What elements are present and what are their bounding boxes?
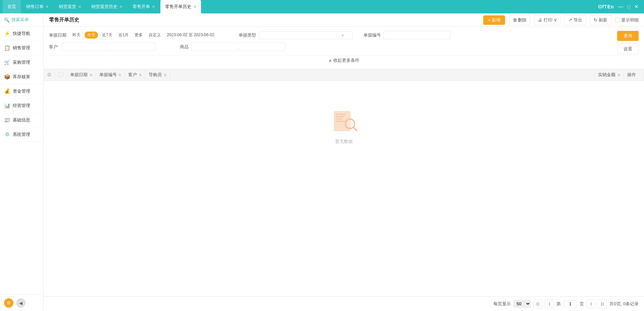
date-shortcut-today[interactable]: 今天 [85, 32, 98, 39]
col-customer[interactable]: 客户 ⇅ [125, 69, 145, 81]
sidebar-item-operations-mgmt[interactable]: 📊经营管理 [0, 99, 43, 113]
sidebar-item-quick-nav[interactable]: ⚡快捷导航 [0, 27, 43, 41]
customer-dots: … [107, 44, 111, 49]
table-checkbox-header[interactable] [55, 69, 67, 81]
last-page-btn[interactable]: ⟩⟩ [598, 300, 607, 308]
sidebar-bottom: ⚙ ◀ [0, 295, 43, 311]
sidebar-collapse-button[interactable]: ◀ [16, 298, 26, 308]
tab-retail-open-history[interactable]: 零售开单历史✕ [160, 0, 201, 13]
tab-home[interactable]: 首页 [3, 0, 21, 13]
sidebar-icon-inventory: 📦 [4, 74, 10, 80]
tab-close-sales-return-history[interactable]: ✕ [119, 5, 122, 9]
col-amount[interactable]: 实销金额 ⇅ [595, 69, 624, 81]
goods-input[interactable]: … [191, 43, 285, 51]
print-dropdown-icon[interactable]: ∨ [554, 17, 557, 22]
customer-input[interactable]: … [62, 43, 156, 51]
delete-button[interactable]: 🗑 删除 [509, 15, 530, 25]
sidebar-search-label: 搜索采单 [11, 17, 29, 23]
sidebar: 🔍 搜索采单 ⚡快捷导航📋销售管理🛒采购管理📦库存核算💰资金管理📊经营管理📰基础… [0, 13, 44, 311]
sidebar-icon-finance-mgmt: 💰 [4, 88, 10, 94]
refresh-button[interactable]: ↻ 刷新 [590, 15, 611, 25]
minimize-btn[interactable]: — [618, 4, 624, 10]
filter-actions: 查询 设置 [617, 31, 639, 54]
add-button[interactable]: + 新增 [483, 15, 505, 25]
page-title: 零售开单历史 [49, 17, 79, 23]
col-date[interactable]: 单据日期 ⇅ [67, 69, 96, 81]
query-button[interactable]: 查询 [617, 31, 639, 41]
print-button[interactable]: 🖨 打印 ∨ [534, 15, 561, 25]
svg-rect-4 [336, 121, 345, 122]
sidebar-gear-button[interactable]: ⚙ [4, 298, 13, 308]
sidebar-item-basic-info[interactable]: 📰基础信息 [0, 113, 43, 127]
next-page-btn[interactable]: ⟩ [587, 300, 595, 308]
select-all-checkbox[interactable] [58, 72, 63, 77]
page-label: 第 [556, 301, 561, 307]
top-bar: 首页销售订单✕销货退货✕销货退货历史✕零售开单✕零售开单历史✕ OfTEn — … [0, 0, 644, 13]
tab-close-sales-order[interactable]: ✕ [46, 5, 49, 9]
bill-no-input[interactable] [384, 31, 451, 39]
maximize-btn[interactable]: □ [628, 4, 630, 9]
tab-close-retail-open-history[interactable]: ✕ [193, 5, 196, 9]
close-btn[interactable]: ✕ [634, 4, 639, 10]
export-icon: ↗ [568, 17, 572, 22]
date-shortcut-custom[interactable]: 自定义 [147, 32, 163, 39]
bill-type-select[interactable]: ∨ [259, 31, 353, 39]
date-shortcut-yesterday[interactable]: 昨天 [70, 32, 83, 39]
tab-label-retail-open: 零售开单 [133, 4, 150, 10]
page-size-label: 每页显示 [493, 301, 511, 307]
date-shortcut-last7[interactable]: 近7天 [100, 32, 114, 39]
tab-sales-return[interactable]: 销货退货✕ [54, 0, 86, 13]
sidebar-item-inventory[interactable]: 📦库存核算 [0, 70, 43, 84]
tab-label-sales-return: 销货退货 [59, 4, 76, 10]
col-salesperson-sort-icon[interactable]: ⇅ [164, 73, 166, 77]
col-bill-no-sort-icon[interactable]: ⇅ [118, 73, 121, 77]
more-conditions-toggle[interactable]: ∧ 收起更多条件 [49, 56, 639, 65]
table-settings-header[interactable]: ⚙ [44, 69, 55, 81]
col-bill-no[interactable]: 单据编号 ⇅ [96, 69, 125, 81]
setting-button[interactable]: 设置 [617, 44, 639, 54]
col-date-label: 单据日期 [70, 72, 88, 77]
col-customer-label: 客户 [128, 72, 137, 77]
date-shortcuts: 昨天今天近7天近1月更多自定义 [70, 32, 163, 39]
table-gear-icon[interactable]: ⚙ [47, 72, 51, 77]
tab-sales-order[interactable]: 销售订单✕ [21, 0, 53, 13]
date-filter-label: 单据日期 [49, 32, 66, 38]
toolbar-actions: + 新增 🗑 删除 🖨 打印 ∨ ↗ 导出 ↻ 刷新 [483, 15, 639, 25]
date-shortcut-last_month[interactable]: 近1月 [116, 32, 131, 39]
main-layout: 🔍 搜索采单 ⚡快捷导航📋销售管理🛒采购管理📦库存核算💰资金管理📊经营管理📰基础… [0, 13, 644, 311]
data-table: ⚙ 单据日期 ⇅ 单据编号 ⇅ [44, 69, 644, 81]
sidebar-label-inventory: 库存核算 [13, 74, 30, 80]
tab-label-sales-order: 销售订单 [26, 4, 44, 10]
export-button[interactable]: ↗ 导出 [565, 15, 586, 25]
col-date-sort-icon[interactable]: ⇅ [90, 73, 92, 77]
show-detail-label: 显示明细 [621, 17, 639, 23]
sidebar-search[interactable]: 🔍 搜索采单 [0, 13, 43, 27]
col-salesperson-label: 导购员 [149, 72, 162, 77]
col-amount-sort-icon[interactable]: ⇅ [617, 73, 620, 77]
svg-rect-1 [336, 114, 346, 115]
prev-page-btn[interactable]: ⟨ [545, 300, 554, 308]
tab-retail-open[interactable]: 零售开单✕ [128, 0, 160, 13]
date-shortcut-more[interactable]: 更多 [133, 32, 145, 39]
tab-close-sales-return[interactable]: ✕ [78, 5, 81, 9]
empty-icon [327, 108, 361, 135]
refresh-icon: ↻ [594, 17, 597, 22]
sidebar-item-sales-mgmt[interactable]: 📋销售管理 [0, 41, 43, 55]
sidebar-icon-sales-mgmt: 📋 [4, 45, 10, 51]
sidebar-item-system-mgmt[interactable]: ⚙系统管理 [0, 127, 43, 142]
tab-sales-return-history[interactable]: 销货退货历史✕ [87, 0, 127, 13]
page-input[interactable] [563, 300, 577, 307]
tab-close-retail-open[interactable]: ✕ [152, 5, 155, 9]
page-size-select[interactable]: 102050100 [513, 300, 531, 308]
sidebar-item-purchase-mgmt[interactable]: 🛒采购管理 [0, 55, 43, 70]
col-salesperson[interactable]: 导购员 ⇅ [145, 69, 170, 81]
show-detail-toggle[interactable]: 显示明细 [615, 17, 639, 23]
sidebar-label-system-mgmt: 系统管理 [13, 132, 30, 138]
svg-point-6 [347, 121, 353, 127]
print-icon: 🖨 [538, 17, 542, 22]
first-page-btn[interactable]: ⟨⟨ [534, 300, 542, 308]
col-customer-sort-icon[interactable]: ⇅ [139, 73, 142, 77]
show-detail-checkbox[interactable] [615, 18, 620, 22]
sidebar-label-basic-info: 基础信息 [13, 117, 30, 123]
sidebar-item-finance-mgmt[interactable]: 💰资金管理 [0, 84, 43, 99]
